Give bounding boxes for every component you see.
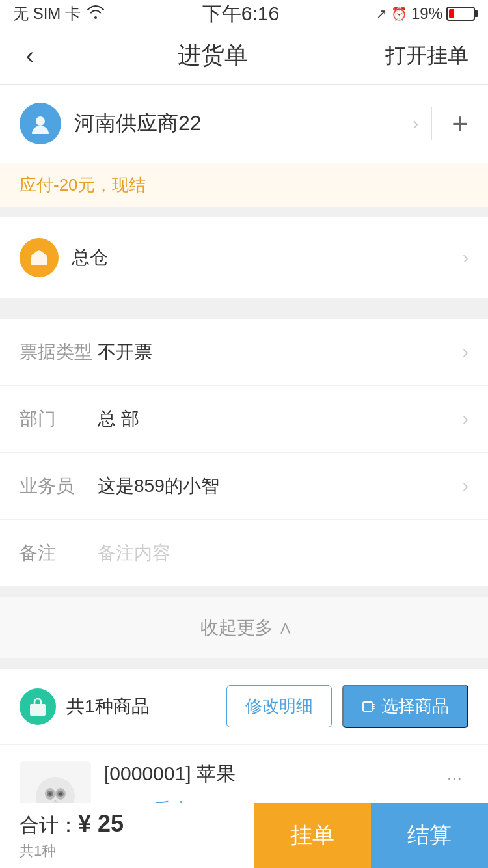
svg-point-10 <box>49 793 52 796</box>
main-content: 河南供应商22 › + 应付-20元，现结 总仓 › 票据类型 不开票 › <box>0 85 488 868</box>
warehouse-chevron-icon: › <box>463 247 468 268</box>
form-section: 票据类型 不开票 › 部门 总 部 › 业务员 这是859的小智 › 备注 备注… <box>0 319 488 586</box>
alarm-icon: ⏰ <box>391 6 407 21</box>
add-supplier-button[interactable]: + <box>452 107 468 140</box>
invoice-type-label: 票据类型 <box>20 340 98 364</box>
select-product-button[interactable]: 选择商品 <box>342 685 468 728</box>
svg-rect-3 <box>30 704 46 716</box>
total-count: 共1种 <box>20 841 234 861</box>
svg-point-0 <box>36 116 45 126</box>
invoice-type-row[interactable]: 票据类型 不开票 › <box>0 319 488 386</box>
time-display: 下午6:16 <box>202 1 279 27</box>
product-more-button[interactable]: ··· <box>441 761 468 794</box>
supplier-chevron-icon: › <box>413 113 418 134</box>
salesperson-chevron-icon: › <box>463 476 468 496</box>
collapse-label: 收起更多 ∧ <box>200 616 293 640</box>
salesperson-row[interactable]: 业务员 这是859的小智 › <box>0 453 488 520</box>
remark-label: 备注 <box>20 541 98 565</box>
product-title: 苹果 <box>197 763 236 784</box>
svg-rect-4 <box>363 702 372 711</box>
salesperson-value: 这是859的小智 <box>98 474 463 498</box>
bottom-bar: 合计：¥ 25 共1种 挂单 结算 <box>0 803 488 868</box>
vertical-divider <box>431 107 432 140</box>
status-bar: 无 SIM 卡 下午6:16 ↗ ⏰ 19% <box>0 0 488 27</box>
total-section: 合计：¥ 25 共1种 <box>0 810 254 861</box>
battery-icon <box>446 7 475 21</box>
product-code: [0000001] <box>104 763 197 784</box>
department-row[interactable]: 部门 总 部 › <box>0 386 488 453</box>
supplier-avatar <box>20 103 61 144</box>
svg-marker-2 <box>30 250 48 256</box>
warehouse-name: 总仓 <box>72 245 463 270</box>
remark-row[interactable]: 备注 备注内容 <box>0 520 488 586</box>
battery-percent: 19% <box>411 5 442 23</box>
warehouse-row[interactable]: 总仓 › <box>0 217 488 298</box>
product-header: 共1种商品 修改明细 选择商品 <box>0 669 488 744</box>
invoice-chevron-icon: › <box>463 342 468 362</box>
status-right: ↗ ⏰ 19% <box>376 5 475 23</box>
section-divider-2 <box>0 308 488 319</box>
department-value: 总 部 <box>98 407 463 431</box>
section-divider-3 <box>0 658 488 669</box>
page-title: 进货单 <box>178 40 248 72</box>
department-chevron-icon: › <box>463 409 468 429</box>
supplier-row[interactable]: 河南供应商22 › + <box>0 85 488 163</box>
svg-rect-1 <box>31 256 47 265</box>
product-bag-icon <box>20 688 56 725</box>
select-product-label: 选择商品 <box>381 695 449 718</box>
section-divider-1 <box>0 207 488 217</box>
warehouse-icon <box>20 238 59 277</box>
carrier-text: 无 SIM 卡 <box>13 3 81 24</box>
collapse-bar[interactable]: 收起更多 ∧ <box>0 597 488 658</box>
total-amount: ¥ 25 <box>78 810 124 837</box>
modify-detail-button[interactable]: 修改明细 <box>226 685 332 727</box>
supplier-name: 河南供应商22 <box>74 109 413 138</box>
supplier-section: 河南供应商22 › + 应付-20元，现结 <box>0 85 488 207</box>
nav-bar: ‹ 进货单 打开挂单 <box>0 27 488 85</box>
total-amount-line: 合计：¥ 25 <box>20 810 234 839</box>
product-name: [0000001] 苹果 <box>104 761 427 787</box>
svg-point-11 <box>59 793 62 796</box>
status-left: 无 SIM 卡 <box>13 3 105 24</box>
remark-placeholder: 备注内容 <box>98 541 468 565</box>
product-count-label: 共1种商品 <box>66 694 216 719</box>
checkout-button[interactable]: 结算 <box>371 803 488 868</box>
salesperson-label: 业务员 <box>20 474 98 498</box>
wifi-icon <box>86 5 105 23</box>
supplier-warning: 应付-20元，现结 <box>0 163 488 207</box>
department-label: 部门 <box>20 407 98 431</box>
total-label: 合计： <box>20 814 78 835</box>
invoice-type-value: 不开票 <box>98 340 463 364</box>
open-hang-button[interactable]: 打开挂单 <box>385 42 468 70</box>
location-icon: ↗ <box>376 6 387 21</box>
hang-button[interactable]: 挂单 <box>254 803 371 868</box>
back-button[interactable]: ‹ <box>20 36 40 76</box>
warehouse-section: 总仓 › <box>0 217 488 298</box>
